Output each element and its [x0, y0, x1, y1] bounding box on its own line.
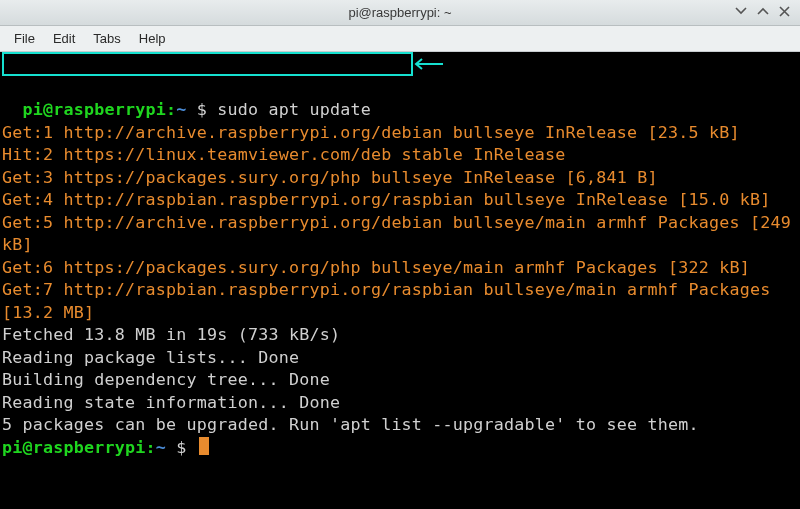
- minimize-button[interactable]: [735, 5, 747, 20]
- output-line: Fetched 13.8 MB in 19s (733 kB/s): [2, 324, 340, 344]
- window-title: pi@raspberrypi: ~: [348, 5, 451, 20]
- output-line: Get:7 http://raspbian.raspberrypi.org/ra…: [2, 279, 781, 322]
- output-line: 5 packages can be upgraded. Run 'apt lis…: [2, 414, 699, 434]
- prompt-path: ~: [156, 437, 166, 457]
- prompt-dollar: $: [186, 99, 217, 119]
- menu-file[interactable]: File: [6, 29, 43, 48]
- output-line: Reading package lists... Done: [2, 347, 299, 367]
- output-line: Get:1 http://archive.raspberrypi.org/deb…: [2, 122, 740, 142]
- output-line: Building dependency tree... Done: [2, 369, 330, 389]
- menu-edit[interactable]: Edit: [45, 29, 83, 48]
- output-line: Get:5 http://archive.raspberrypi.org/deb…: [2, 212, 800, 255]
- close-button[interactable]: [779, 5, 790, 20]
- prompt-path: ~: [176, 99, 186, 119]
- output-line: Get:4 http://raspbian.raspberrypi.org/ra…: [2, 189, 771, 209]
- prompt-user-host: pi@raspberrypi: [2, 437, 145, 457]
- arrow-annotation-icon: [413, 57, 443, 71]
- terminal-cursor: [199, 437, 209, 455]
- menu-tabs[interactable]: Tabs: [85, 29, 128, 48]
- maximize-button[interactable]: [757, 5, 769, 20]
- output-line: Get:6 https://packages.sury.org/php bull…: [2, 257, 750, 277]
- prompt-colon: :: [145, 437, 155, 457]
- window-titlebar: pi@raspberrypi: ~: [0, 0, 800, 26]
- terminal-viewport[interactable]: pi@raspberrypi:~ $ sudo apt update Get:1…: [0, 52, 800, 509]
- output-line: Reading state information... Done: [2, 392, 340, 412]
- menubar: File Edit Tabs Help: [0, 26, 800, 52]
- output-line: Get:3 https://packages.sury.org/php bull…: [2, 167, 658, 187]
- prompt-user-host: pi@raspberrypi: [23, 99, 166, 119]
- menu-help[interactable]: Help: [131, 29, 174, 48]
- window-controls: [735, 5, 800, 20]
- prompt-colon: :: [166, 99, 176, 119]
- prompt-dollar: $: [166, 437, 197, 457]
- highlight-box-annotation: [2, 52, 413, 76]
- output-line: Hit:2 https://linux.teamviewer.com/deb s…: [2, 144, 566, 164]
- typed-command: sudo apt update: [217, 99, 371, 119]
